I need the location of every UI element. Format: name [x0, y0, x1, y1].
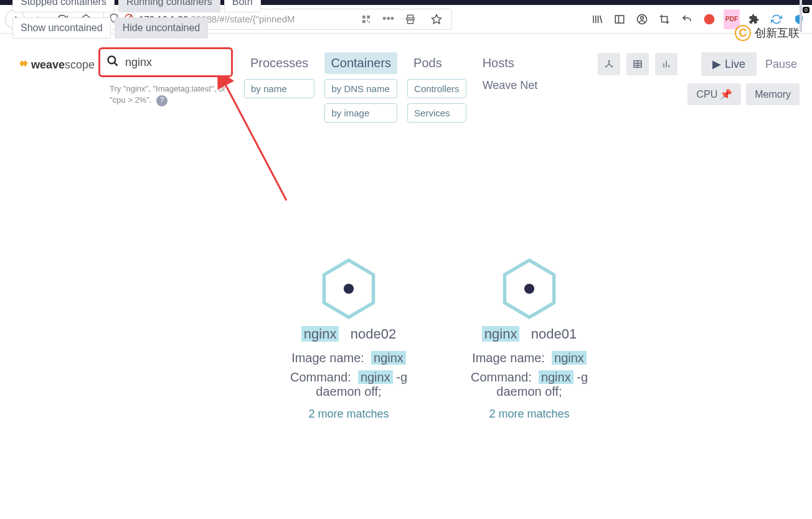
node-name-highlight: nginx [301, 326, 339, 342]
svg-line-19 [115, 62, 118, 65]
qr-icon[interactable] [356, 9, 376, 29]
svg-point-16 [641, 16, 644, 19]
node-name-rest: node01 [531, 326, 577, 342]
svg-point-17 [704, 14, 715, 24]
help-icon[interactable]: ? [156, 95, 168, 106]
topology-pods[interactable]: Pods [407, 52, 466, 74]
undo-icon[interactable] [679, 9, 695, 29]
node-name-rest: node02 [351, 326, 396, 342]
filter-chip[interactable]: Show uncontained [12, 17, 111, 39]
node-item[interactable]: nginx node02 Image name: nginx Command: … [274, 258, 423, 421]
view-resources-icon[interactable] [655, 53, 677, 75]
sidebar-icon[interactable] [611, 9, 628, 29]
search-icon [106, 55, 119, 70]
search-box[interactable] [98, 47, 233, 77]
brand-logo[interactable]: weavescope [19, 58, 95, 72]
ext1-icon[interactable] [701, 9, 717, 29]
svg-rect-13 [615, 16, 624, 23]
printer-icon[interactable] [400, 9, 420, 29]
search-hint: Try "nginx", "Imagetag:latest", or "cpu … [110, 83, 228, 106]
watermark-icon: C [735, 25, 751, 41]
more-matches-link[interactable]: 2 more matches [489, 408, 569, 421]
filter-chip[interactable]: Both [224, 0, 261, 12]
filter-chip[interactable]: Hide uncontained [115, 17, 209, 39]
zoom-slider[interactable] [800, 0, 802, 32]
bookmark-star-icon[interactable] [427, 9, 446, 29]
hexagon-icon [321, 258, 377, 320]
hexagon-icon [501, 258, 557, 320]
watermark: C 创新互联 [735, 25, 800, 41]
topology-weavenet[interactable]: Weave Net [476, 79, 544, 96]
view-table-icon[interactable] [626, 53, 649, 75]
svg-point-34 [524, 284, 534, 294]
pill-by-name[interactable]: by name [244, 79, 314, 98]
pin-icon: 📌 [720, 88, 732, 100]
svg-rect-2 [362, 16, 366, 19]
more-matches-link[interactable]: 2 more matches [308, 408, 389, 421]
svg-marker-8 [432, 14, 441, 23]
play-icon: ▶ [712, 57, 721, 71]
svg-point-23 [611, 66, 613, 68]
svg-rect-3 [367, 16, 370, 19]
topology-filters: Processes by name Containers by DNS name… [244, 52, 544, 123]
account-icon[interactable] [634, 9, 650, 29]
pill-services[interactable]: Services [407, 103, 466, 123]
pill-controllers[interactable]: Controllers [407, 79, 466, 98]
bottom-left-filters: 2 nodes (67 filtered) AllSystem containe… [12, 0, 261, 44]
topology-containers[interactable]: Containers [324, 52, 397, 74]
topology-processes[interactable]: Processes [244, 52, 314, 74]
metric-cpu[interactable]: CPU📌 [687, 83, 741, 105]
view-graph-icon[interactable] [598, 53, 620, 75]
nodes-canvas: nginx node02 Image name: nginx Command: … [274, 258, 604, 421]
metric-memory[interactable]: Memory [746, 83, 800, 105]
svg-point-22 [605, 66, 607, 68]
filter-chip[interactable]: Running containers [118, 0, 220, 12]
node-name-highlight: nginx [482, 326, 520, 342]
filter-chip[interactable]: Stopped containers [12, 0, 115, 12]
live-button[interactable]: ▶Live [701, 52, 757, 76]
svg-point-18 [108, 56, 116, 63]
logo-mark-icon [19, 58, 29, 72]
svg-rect-4 [362, 20, 366, 23]
search-input[interactable] [125, 56, 225, 69]
svg-point-21 [608, 60, 610, 62]
svg-line-12 [600, 16, 602, 23]
svg-rect-5 [367, 20, 368, 21]
topology-hosts[interactable]: Hosts [476, 52, 544, 74]
pill-by-image[interactable]: by image [324, 103, 397, 123]
svg-rect-6 [369, 22, 370, 23]
more-icon[interactable]: ••• [382, 12, 394, 26]
svg-rect-7 [408, 19, 413, 23]
library-icon[interactable] [589, 9, 605, 29]
app-main: weavescope Try "nginx", "Imagetag:latest… [0, 34, 812, 51]
crop-icon[interactable] [656, 9, 673, 29]
right-controls: ▶Live Pause CPU📌 Memory [598, 52, 800, 105]
pause-button[interactable]: Pause [763, 53, 800, 76]
svg-point-32 [344, 284, 354, 294]
pill-by-dns[interactable]: by DNS name [324, 79, 397, 98]
node-item[interactable]: nginx node01 Image name: nginx Command: … [455, 258, 604, 421]
